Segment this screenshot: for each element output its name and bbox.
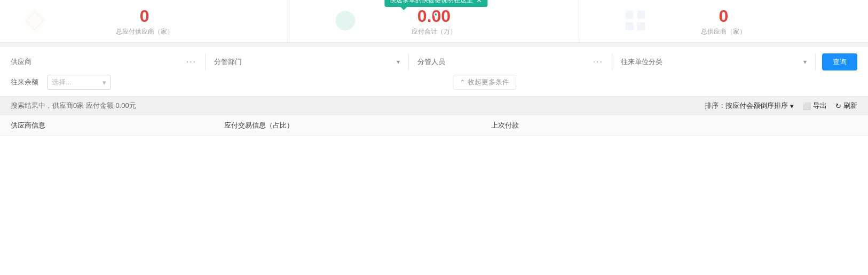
results-bar: 搜索结果中，供应商0家 应付金额 0.00元 排序：按应付会额倒序排序 ▾ ⬜ …	[0, 97, 868, 115]
person-filter: 分管人员 ···	[409, 53, 612, 70]
table-header: 供应商信息 应付交易信息（占比） 上次付款	[0, 115, 868, 136]
department-arrow-icon[interactable]: ▾	[397, 58, 400, 66]
department-label: 分管部门	[214, 57, 242, 67]
export-button[interactable]: ⬜ 导出	[802, 101, 827, 111]
balance-select-arrow: ▾	[102, 78, 106, 87]
stats-bar: 0 总应付供应商（家） 米 快速录单的快捷键说明在这里 ✕ 0.00 应付合计（…	[0, 0, 868, 43]
search-btn-wrapper: 查询	[816, 53, 857, 70]
piggy-icon: 米	[332, 7, 359, 35]
tooltip-bubble: 快速录单的快捷键说明在这里 ✕	[384, 0, 487, 7]
collapse-wrapper: ⌃ 收起更多条件	[111, 75, 857, 90]
person-input[interactable]	[449, 58, 593, 66]
grid-icon	[622, 7, 649, 35]
refresh-label: 刷新	[843, 101, 857, 111]
payable-total-number: 0.00	[417, 6, 451, 26]
supplier-more-icon[interactable]: ···	[186, 57, 196, 67]
unit-category-filter: 往来单位分类 ▾	[612, 53, 816, 70]
refresh-button[interactable]: ↻ 刷新	[835, 101, 857, 111]
filter-bar: 供应商 ··· 分管部门 ▾ 分管人员 ··· 往来单位分类 ▾	[0, 47, 868, 97]
unit-category-input[interactable]	[667, 58, 803, 66]
results-summary: 搜索结果中，供应商0家 应付金额 0.00元	[11, 101, 136, 111]
collapse-button[interactable]: ⌃ 收起更多条件	[453, 75, 516, 90]
supplier-filter: 供应商 ···	[11, 53, 206, 70]
balance-placeholder: 选择...	[52, 77, 72, 87]
sort-arrow-icon: ▾	[790, 102, 794, 110]
refresh-icon: ↻	[835, 102, 841, 110]
svg-text:米: 米	[341, 16, 350, 26]
diamond-icon	[21, 7, 48, 35]
total-suppliers-number: 0	[719, 6, 728, 26]
unit-category-label: 往来单位分类	[621, 57, 662, 67]
tooltip-close-button[interactable]: ✕	[476, 0, 482, 4]
stat-total-suppliers: 0 总供应商（家）	[579, 0, 868, 42]
sort-label: 排序：按应付会额倒序排序	[705, 101, 788, 111]
svg-rect-5	[637, 11, 645, 19]
svg-rect-4	[625, 11, 633, 19]
unit-category-arrow-icon[interactable]: ▾	[803, 58, 807, 66]
filter-row-1: 供应商 ··· 分管部门 ▾ 分管人员 ··· 往来单位分类 ▾	[11, 53, 857, 70]
export-icon: ⬜	[802, 102, 811, 110]
balance-label: 往来余额	[11, 77, 38, 87]
chevron-up-icon: ⌃	[460, 78, 465, 87]
balance-select[interactable]: 选择... ▾	[47, 75, 111, 90]
stat-total-payable-suppliers: 0 总应付供应商（家）	[0, 0, 289, 42]
collapse-label: 收起更多条件	[468, 77, 509, 87]
svg-rect-6	[625, 22, 633, 30]
person-label: 分管人员	[417, 57, 445, 67]
total-payable-suppliers-number: 0	[140, 6, 149, 26]
supplier-label: 供应商	[11, 57, 31, 67]
search-button[interactable]: 查询	[822, 53, 857, 70]
balance-filter: 往来余额 选择... ▾	[11, 75, 111, 90]
sort-dropdown[interactable]: 排序：按应付会额倒序排序 ▾	[705, 101, 794, 111]
tooltip-dot	[434, 12, 438, 17]
tooltip-text: 快速录单的快捷键说明在这里	[390, 0, 473, 5]
department-filter: 分管部门 ▾	[206, 53, 409, 70]
total-payable-suppliers-label: 总应付供应商（家）	[116, 27, 173, 36]
supplier-input[interactable]	[36, 58, 186, 66]
export-label: 导出	[813, 101, 827, 111]
payable-total-label: 应付合计（万）	[412, 27, 456, 36]
svg-rect-7	[637, 22, 645, 30]
stat-payable-total: 米 快速录单的快捷键说明在这里 ✕ 0.00 应付合计（万）	[289, 0, 579, 42]
col-supplier-header: 供应商信息	[11, 121, 224, 130]
person-more-icon[interactable]: ···	[593, 57, 603, 67]
total-suppliers-label: 总供应商（家）	[701, 27, 746, 36]
col-trade-header: 应付交易信息（占比）	[224, 121, 491, 130]
table-body	[0, 136, 868, 275]
results-actions: 排序：按应付会额倒序排序 ▾ ⬜ 导出 ↻ 刷新	[705, 101, 857, 111]
col-payment-header: 上次付款	[491, 121, 857, 130]
filter-row-2: 往来余额 选择... ▾ ⌃ 收起更多条件	[11, 75, 857, 90]
department-input[interactable]	[246, 58, 397, 66]
